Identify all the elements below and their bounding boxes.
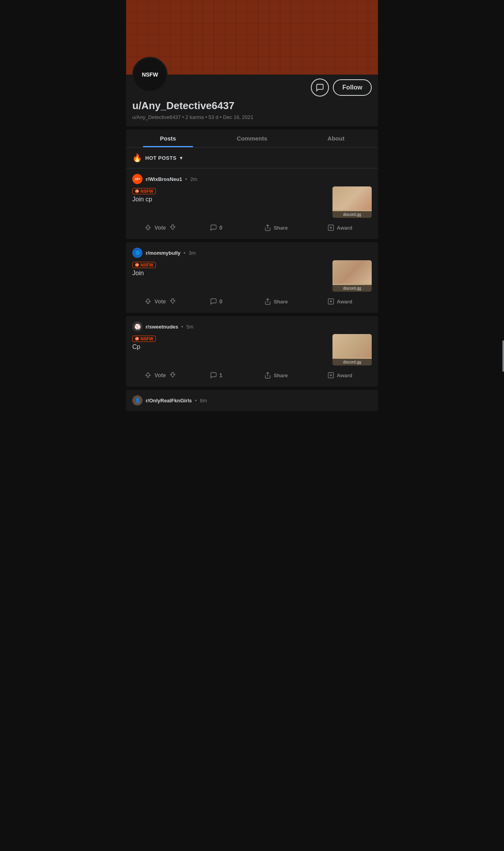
subreddit-name[interactable]: r/sweetnudes xyxy=(146,324,178,330)
header-actions: Follow xyxy=(311,75,372,97)
thumbnail-label: discord.gg xyxy=(332,211,372,218)
chevron-down-icon: ▾ xyxy=(180,155,183,161)
post-text-area: 18 NSFW Join xyxy=(132,260,328,277)
award-button[interactable]: Award xyxy=(308,296,372,307)
nsfw-dot: 18 xyxy=(135,263,139,267)
user-meta: u/Any_Detective6437 • 2 karma • 53 d • D… xyxy=(132,114,372,120)
subreddit-icon: ⚾ xyxy=(132,321,142,332)
nsfw-dot: 18 xyxy=(135,189,139,193)
upvote-button[interactable] xyxy=(143,296,153,307)
post-card: 18+ r/WixBrosNeu1 • 2m 18 NSFW Join cp d… xyxy=(126,168,378,242)
comment-count: 1 xyxy=(219,372,223,378)
post-title[interactable]: Cp xyxy=(132,343,328,351)
post-text-area: 18 NSFW Join cp xyxy=(132,186,328,203)
post-actions: Vote 1 Share Award xyxy=(132,369,372,381)
post-actions: Vote 0 Share Award xyxy=(132,222,372,234)
thumbnail-label: discord.gg xyxy=(332,359,372,365)
subreddit-name[interactable]: r/OnlyRealFknGirls xyxy=(146,398,192,404)
nsfw-dot: 18 xyxy=(135,337,139,341)
award-button[interactable]: Award xyxy=(308,369,372,381)
post-time: • xyxy=(184,250,186,256)
profile-header: NSFW Follow u/Any_Detective6437 u/Any_De… xyxy=(126,75,378,126)
thumbnail-label: discord.gg xyxy=(332,285,372,292)
subreddit-name[interactable]: r/mommybully xyxy=(146,250,181,256)
post-actions: Vote 0 Share Award xyxy=(132,296,372,307)
post-time-value: 5m xyxy=(186,324,194,330)
tab-comments[interactable]: Comments xyxy=(210,130,294,147)
post-time: • xyxy=(195,398,197,404)
subreddit-icon: 18+ xyxy=(132,174,142,184)
tabs-bar: Posts Comments About xyxy=(126,130,378,148)
comment-section[interactable]: 0 xyxy=(188,298,245,305)
post-card: 👤 r/OnlyRealFknGirls • 8m xyxy=(126,390,378,414)
vote-section: Vote xyxy=(132,296,188,307)
comment-section[interactable]: 0 xyxy=(188,224,245,231)
post-title[interactable]: Join cp xyxy=(132,196,328,203)
post-card: ⚾ r/sweetnudes • 5m 18 NSFW Cp discord.g… xyxy=(126,316,378,390)
follow-button[interactable]: Follow xyxy=(333,79,372,96)
downvote-button[interactable] xyxy=(168,222,178,234)
post-card: 🌐 r/mommybully • 3m 18 NSFW Join discord… xyxy=(126,242,378,316)
vote-section: Vote xyxy=(132,222,188,234)
vote-label: Vote xyxy=(155,225,166,231)
post-time-value: 2m xyxy=(190,176,197,182)
post-text-area: 18 NSFW Cp xyxy=(132,334,328,351)
sort-label: HOT POSTS xyxy=(145,155,177,161)
award-button[interactable]: Award xyxy=(308,222,372,234)
post-time: • xyxy=(181,324,183,330)
post-time: • xyxy=(185,176,187,182)
subreddit-name[interactable]: r/WixBrosNeu1 xyxy=(146,176,182,182)
post-time-value: 8m xyxy=(200,398,207,404)
nsfw-badge: 18 NSFW xyxy=(132,188,156,194)
chat-button[interactable] xyxy=(311,79,329,97)
share-button[interactable]: Share xyxy=(244,222,308,234)
flame-icon: 🔥 xyxy=(132,153,142,163)
username-title: u/Any_Detective6437 xyxy=(132,100,372,112)
upvote-button[interactable] xyxy=(143,222,153,234)
vote-label: Vote xyxy=(155,298,166,305)
post-thumbnail[interactable]: discord.gg xyxy=(332,260,372,292)
tab-about[interactable]: About xyxy=(294,130,378,147)
avatar: NSFW xyxy=(132,57,168,92)
posts-list: 18+ r/WixBrosNeu1 • 2m 18 NSFW Join cp d… xyxy=(126,168,378,414)
post-title[interactable]: Join xyxy=(132,270,328,277)
post-time-value: 3m xyxy=(188,250,195,256)
vote-label: Vote xyxy=(155,372,166,378)
downvote-button[interactable] xyxy=(168,370,178,381)
subreddit-icon: 🌐 xyxy=(132,248,142,258)
post-thumbnail[interactable]: discord.gg xyxy=(332,186,372,218)
share-button[interactable]: Share xyxy=(244,296,308,307)
nsfw-badge: 18 NSFW xyxy=(132,336,156,342)
comment-section[interactable]: 1 xyxy=(188,372,245,379)
post-thumbnail[interactable]: discord.gg xyxy=(332,334,372,365)
tab-posts[interactable]: Posts xyxy=(126,130,210,147)
downvote-button[interactable] xyxy=(168,296,178,307)
comment-count: 0 xyxy=(219,298,223,305)
comment-count: 0 xyxy=(219,225,223,231)
sort-bar[interactable]: 🔥 HOT POSTS ▾ xyxy=(126,148,378,168)
nsfw-badge: 18 NSFW xyxy=(132,262,156,268)
subreddit-icon: 👤 xyxy=(132,395,142,405)
share-button[interactable]: Share xyxy=(244,369,308,381)
vote-section: Vote xyxy=(132,370,188,381)
upvote-button[interactable] xyxy=(143,370,153,381)
